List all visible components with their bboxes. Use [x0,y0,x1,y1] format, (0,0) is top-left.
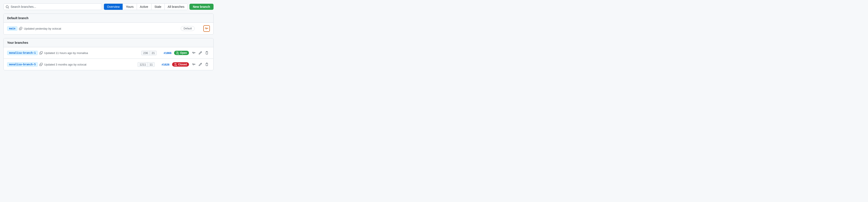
copy-icon-1[interactable] [39,51,42,54]
commits-behind-2: 11 [148,62,155,67]
edit-button-2[interactable] [197,61,203,68]
branch-meta-1: Updated 11 hours ago by monalisa [44,51,88,55]
new-branch-button[interactable]: New branch [189,4,214,10]
tab-overview[interactable]: Overview [104,4,123,10]
your-branches-section: Your branches monalisa-branch-1 Updated … [3,38,214,70]
search-container [3,3,102,10]
toolbar: Overview Yours Active Stale All branches… [3,3,214,10]
default-branch-name[interactable]: main [7,26,18,31]
default-branch-section: Default branch main Updated yesterday by… [3,14,214,34]
commits-ahead-2: 1211 [137,62,148,67]
branch-meta-2: Updated 3 months ago by octocat [44,63,86,66]
delete-button-2[interactable] [204,61,210,68]
commits-behind-1: 21 [150,51,157,55]
pr-status-open-1: Open [174,51,189,55]
branch-row-1: monalisa-branch-1 Updated 11 hours ago b… [4,47,213,59]
branch-row-2: monalisa-branch-5 Updated 3 months ago b… [4,59,213,70]
pr-status-closed-2: Closed [172,62,189,67]
search-icon [6,5,9,8]
commit-counts-2: 1211 11 [137,62,155,67]
default-branch-row: main Updated yesterday by octocat Defaul… [4,23,213,34]
tab-group: Overview Yours Active Stale All branches [104,3,188,10]
search-input[interactable] [3,3,102,10]
tab-all-branches[interactable]: All branches [165,4,187,10]
delete-button-1[interactable] [204,50,210,56]
copy-icon[interactable] [19,27,22,30]
tab-stale[interactable]: Stale [152,4,165,10]
commits-ahead-1: 236 [141,51,150,55]
branch-name-1[interactable]: monalisa-branch-1 [7,51,38,55]
pr-status-label-1: Open [180,51,187,54]
default-badge: Default [181,26,195,31]
branch-name-2[interactable]: monalisa-branch-5 [7,62,38,67]
row-actions-1 [191,50,210,56]
tab-yours[interactable]: Yours [123,4,137,10]
pr-status-label-2: Closed [178,63,187,66]
row-actions-2 [191,61,210,68]
your-branches-header: Your branches [4,38,213,47]
activity-button-1[interactable] [191,50,197,56]
tab-active[interactable]: Active [137,4,152,10]
default-branch-header: Default branch [4,14,213,23]
default-branch-activity-button[interactable] [203,25,210,32]
activity-button-2[interactable] [191,61,197,68]
pr-link-2[interactable]: #1626 [162,63,169,66]
edit-button-1[interactable] [197,50,203,56]
default-branch-meta: Updated yesterday by octocat [24,27,61,30]
copy-icon-2[interactable] [39,63,42,66]
pr-link-1[interactable]: #1866 [164,51,172,55]
commit-counts-1: 236 21 [141,51,157,55]
